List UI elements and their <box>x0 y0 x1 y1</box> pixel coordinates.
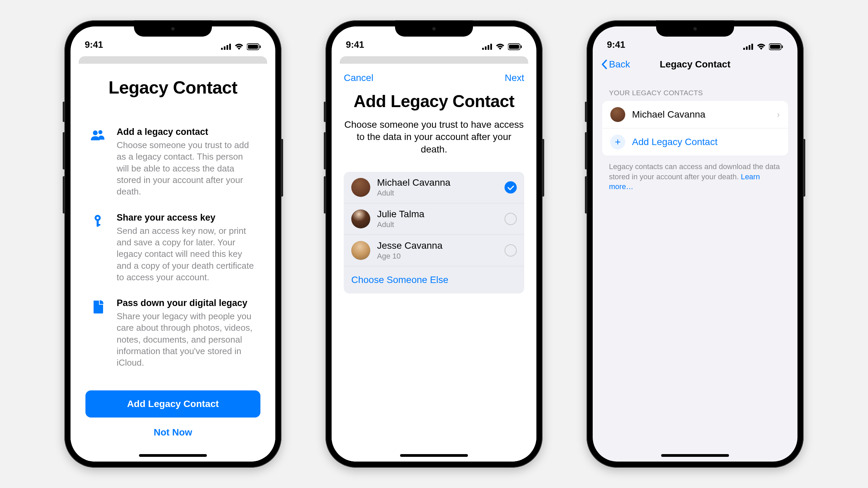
phone-2: 9:41 Cancel Next Add Legacy Contact Choo… <box>326 20 542 468</box>
nav-bar: Back Legacy Contact <box>593 53 797 76</box>
contact-name: Jesse Cavanna <box>377 240 498 251</box>
contact-row[interactable]: Julie Talma Adult <box>344 203 524 235</box>
svg-rect-19 <box>521 45 522 48</box>
status-time: 9:41 <box>607 40 625 50</box>
phone-3: 9:41 Back Legacy Contact YOUR LEGACY CON… <box>587 20 804 468</box>
avatar <box>351 209 370 228</box>
section-header: YOUR LEGACY CONTACTS <box>593 76 797 101</box>
svg-rect-2 <box>226 45 228 50</box>
battery-icon <box>247 43 261 50</box>
not-now-button[interactable]: Not Now <box>83 427 263 438</box>
back-button[interactable]: Back <box>601 59 630 70</box>
contact-sub: Adult <box>377 189 498 198</box>
svg-rect-21 <box>746 46 748 50</box>
svg-rect-18 <box>509 45 519 49</box>
svg-point-7 <box>93 130 98 135</box>
home-indicator[interactable] <box>661 454 729 457</box>
info-title-3: Pass down your digital legacy <box>117 298 256 308</box>
add-legacy-contact-label: Add Legacy Contact <box>632 137 717 147</box>
wifi-icon <box>235 43 243 50</box>
cancel-button[interactable]: Cancel <box>344 73 373 83</box>
plus-icon: + <box>610 135 625 149</box>
svg-rect-5 <box>248 45 258 49</box>
cellular-icon <box>221 44 231 50</box>
svg-point-10 <box>97 217 99 219</box>
phone-1: 9:41 Legacy Contact Add a legacy <box>64 20 281 468</box>
svg-rect-13 <box>482 48 484 50</box>
wifi-icon <box>757 43 766 50</box>
next-button[interactable]: Next <box>505 73 524 83</box>
cellular-icon <box>482 44 492 50</box>
add-legacy-contact-row[interactable]: + Add Legacy Contact <box>602 128 788 156</box>
svg-point-8 <box>98 130 102 134</box>
radio-unchecked-icon[interactable] <box>505 213 517 225</box>
avatar <box>351 241 370 260</box>
status-time: 9:41 <box>346 40 364 50</box>
svg-rect-3 <box>229 44 231 50</box>
contact-row[interactable]: Jesse Cavanna Age 10 <box>344 235 524 266</box>
footer-text: Legacy contacts can access and download … <box>593 156 797 198</box>
svg-rect-16 <box>490 44 492 50</box>
svg-rect-26 <box>782 45 783 48</box>
info-title-1: Add a legacy contact <box>117 127 256 137</box>
contact-name: Michael Cavanna <box>377 177 498 188</box>
home-indicator[interactable] <box>139 454 207 457</box>
document-icon <box>90 299 106 369</box>
svg-rect-6 <box>260 45 261 48</box>
cellular-icon <box>743 44 753 50</box>
battery-icon <box>769 43 783 50</box>
contact-name: Michael Cavanna <box>632 109 705 120</box>
legacy-contacts-list: Michael Cavanna › + Add Legacy Contact <box>602 101 788 156</box>
svg-rect-25 <box>770 45 780 49</box>
radio-unchecked-icon[interactable] <box>505 244 517 257</box>
contact-sub: Adult <box>377 220 498 229</box>
status-time: 9:41 <box>85 40 103 50</box>
svg-rect-22 <box>749 45 750 50</box>
contact-list: Michael Cavanna Adult Julie Talma Adult <box>344 172 524 293</box>
nav-title: Legacy Contact <box>660 59 731 70</box>
people-icon <box>90 128 106 198</box>
page-title: Add Legacy Contact <box>344 92 524 111</box>
svg-rect-0 <box>221 48 223 50</box>
contact-name: Julie Talma <box>377 209 498 220</box>
chevron-right-icon: › <box>777 109 780 120</box>
wifi-icon <box>496 43 505 50</box>
svg-rect-20 <box>743 48 745 50</box>
add-legacy-contact-button[interactable]: Add Legacy Contact <box>85 390 260 418</box>
key-icon <box>90 214 106 283</box>
info-body-1: Choose someone you trust to add as a leg… <box>117 139 256 198</box>
choose-someone-else-button[interactable]: Choose Someone Else <box>344 266 524 293</box>
page-subtitle: Choose someone you trust to have access … <box>344 119 524 156</box>
info-body-2: Send an access key now, or print and sav… <box>117 225 256 283</box>
home-indicator[interactable] <box>400 454 468 457</box>
battery-icon <box>508 43 522 50</box>
info-body-3: Share your legacy with people you care a… <box>117 310 256 369</box>
page-title: Legacy Contact <box>83 77 263 98</box>
svg-rect-1 <box>224 46 225 50</box>
radio-checked-icon[interactable] <box>505 181 517 194</box>
svg-rect-23 <box>751 44 753 50</box>
svg-rect-14 <box>485 46 487 50</box>
avatar <box>610 107 625 122</box>
info-title-2: Share your access key <box>117 212 256 223</box>
svg-rect-15 <box>488 45 489 50</box>
contact-sub: Age 10 <box>377 252 498 261</box>
legacy-contact-row[interactable]: Michael Cavanna › <box>602 101 788 128</box>
contact-row[interactable]: Michael Cavanna Adult <box>344 172 524 203</box>
chevron-left-icon <box>601 59 608 69</box>
avatar <box>351 178 370 197</box>
svg-rect-12 <box>97 224 100 226</box>
